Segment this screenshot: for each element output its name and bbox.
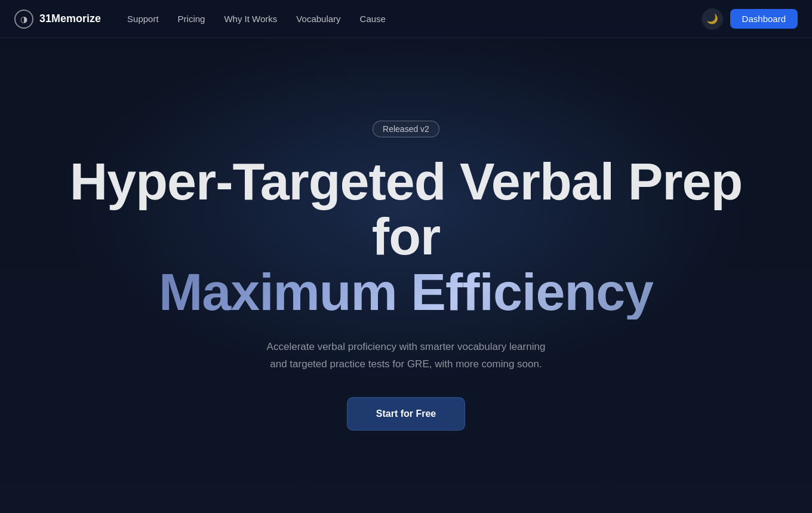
nav-links: Support Pricing Why It Works Vocabulary … <box>120 10 393 27</box>
hero-title-line2: for <box>372 207 440 266</box>
nav-left: ◑ 31Memorize Support Pricing Why It Work… <box>14 10 393 29</box>
dashboard-button[interactable]: Dashboard <box>730 9 798 29</box>
nav-link-support[interactable]: Support <box>120 10 166 27</box>
brand-logo[interactable]: ◑ 31Memorize <box>14 10 101 29</box>
hero-subtitle-line1: Accelerate verbal proficiency with smart… <box>267 341 546 352</box>
navbar: ◑ 31Memorize Support Pricing Why It Work… <box>0 0 812 38</box>
nav-link-why-it-works[interactable]: Why It Works <box>217 10 284 27</box>
start-for-free-button[interactable]: Start for Free <box>347 397 465 431</box>
moon-icon: 🌙 <box>706 13 718 24</box>
hero-subtitle-line2: and targeted practice tests for GRE, wit… <box>270 358 542 370</box>
hero-title-line1: Hyper-Targeted Verbal Prep <box>70 152 743 211</box>
brand-icon: ◑ <box>14 10 33 29</box>
hero-section: Released v2 Hyper-Targeted Verbal Prep f… <box>0 38 812 513</box>
hero-subtitle: Accelerate verbal proficiency with smart… <box>267 339 546 373</box>
hero-title: Hyper-Targeted Verbal Prep for <box>70 154 743 265</box>
hero-title-accent: Maximum Efficiency <box>159 265 653 320</box>
nav-link-pricing[interactable]: Pricing <box>171 10 213 27</box>
nav-link-vocabulary[interactable]: Vocabulary <box>289 10 347 27</box>
nav-right: 🌙 Dashboard <box>702 8 798 30</box>
theme-toggle-button[interactable]: 🌙 <box>702 8 723 30</box>
nav-link-cause[interactable]: Cause <box>353 10 393 27</box>
brand-name: 31Memorize <box>39 13 101 25</box>
release-badge: Released v2 <box>373 121 439 137</box>
